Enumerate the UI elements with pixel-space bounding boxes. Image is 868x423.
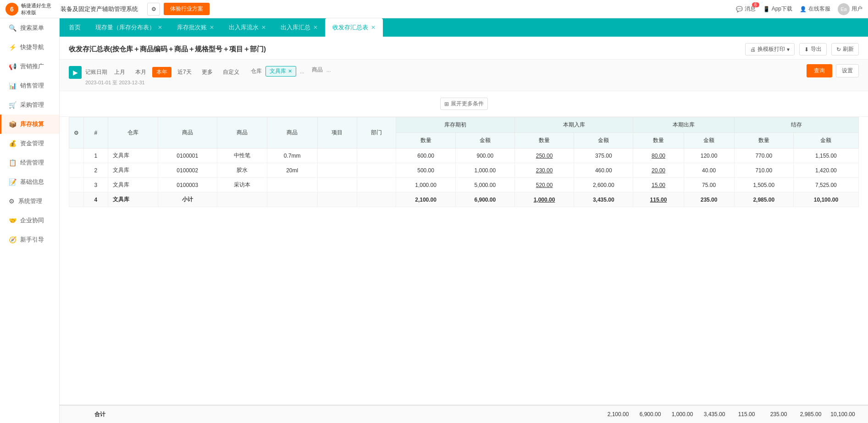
footer-out-qty: 115.00 — [730, 411, 763, 418]
sidebar-item-quick-nav[interactable]: ⚡ 快捷导航 — [0, 38, 59, 57]
row2-opening-qty: 500.00 — [396, 163, 455, 178]
row2-opening-amt: 1,000.00 — [455, 163, 514, 178]
sidebar-item-system[interactable]: ⚙ 系统管理 — [0, 192, 59, 211]
subtotal-in-qty[interactable]: 1,000.00 — [514, 192, 574, 207]
page-header: 收发存汇总表(按仓库＋商品编码＋商品＋规格型号＋项目＋部门) 🖨 换模板打印 ▾… — [60, 37, 868, 60]
doc-icon: 📝 — [9, 178, 17, 186]
sidebar-item-label: 基础信息 — [20, 178, 44, 186]
warehouse-tag: 文具库 ✕ — [265, 66, 296, 77]
settings-button[interactable]: ⚙ — [147, 3, 160, 16]
subtotal-warehouse: 文具库 — [108, 192, 158, 207]
date-btn-custom[interactable]: 自定义 — [219, 67, 243, 77]
date-btn-more[interactable]: 更多 — [198, 67, 217, 77]
sidebar-item-label: 新手引导 — [20, 236, 44, 244]
date-btn-this-year[interactable]: 本年 — [152, 67, 171, 77]
col-out-group-header: 本期出库 — [633, 117, 734, 133]
row2-select — [69, 163, 84, 178]
sidebar-item-purchase[interactable]: 🛒 采购管理 — [0, 95, 59, 115]
app-download-button[interactable]: 📱 App下载 — [763, 5, 792, 13]
trial-button[interactable]: 体验行业方案 — [164, 3, 210, 15]
date-label: 记账日期 — [85, 68, 107, 76]
print-template-button[interactable]: 🖨 换模板打印 ▾ — [745, 43, 795, 55]
tab-stock-dist-label: 现存量（库存分布表） — [95, 23, 155, 32]
table-row: 2 文具库 0100002 胶水 20ml 500.00 1,000.00 23… — [69, 163, 859, 178]
date-btn-this-month[interactable]: 本月 — [131, 67, 150, 77]
tab-home-label: 首页 — [69, 23, 81, 32]
subtotal-empty2 — [267, 192, 317, 207]
sidebar-item-basic-info[interactable]: 📝 基础信息 — [0, 172, 59, 192]
message-button[interactable]: 💬 消息 6 — [736, 5, 756, 13]
tab-batch-ledger-close[interactable]: ✕ — [210, 24, 214, 31]
row2-department — [357, 163, 396, 178]
sidebar-item-inventory[interactable]: 📦 库存核算 — [0, 115, 59, 134]
online-service-button[interactable]: 👤 在线客服 — [800, 5, 830, 13]
row1-in-qty[interactable]: 250.00 — [514, 148, 574, 163]
sidebar-item-marketing[interactable]: 📢 营销推广 — [0, 57, 59, 76]
row3-select — [69, 178, 84, 192]
tab-in-out-summary-label: 出入库汇总 — [281, 23, 310, 32]
tab-stock-dist-close[interactable]: ✕ — [158, 24, 162, 31]
date-btn-7days[interactable]: 近7天 — [173, 67, 196, 77]
row2-in-qty[interactable]: 230.00 — [514, 163, 574, 178]
user-label: 用户 — [851, 5, 862, 13]
filter-toggle-button[interactable]: ▶ — [69, 66, 82, 79]
subtotal-out-qty[interactable]: 115.00 — [633, 192, 684, 207]
filter-left: ▶ 记账日期 上月 本月 本年 近7天 更多 自定义 — [69, 64, 243, 77]
sidebar-item-label: 资金管理 — [20, 139, 44, 148]
tab-recv-send-summary[interactable]: 收发存汇总表 ✕ — [325, 18, 383, 37]
settings-filter-button[interactable]: 设置 — [836, 64, 859, 77]
table-settings-header[interactable]: ⚙ — [69, 117, 84, 148]
expand-more-button[interactable]: ⊞ 展开更多条件 — [440, 98, 488, 110]
table-settings-icon: ⚙ — [74, 130, 79, 136]
subtotal-empty4 — [357, 192, 396, 207]
row1-index: 1 — [84, 148, 108, 163]
footer-opening-amt: 6,900.00 — [634, 411, 666, 418]
tab-stock-dist[interactable]: 现存量（库存分布表） ✕ — [88, 18, 170, 37]
row2-out-qty[interactable]: 20.00 — [633, 163, 684, 178]
box-icon: 📦 — [9, 121, 17, 128]
page-content: 收发存汇总表(按仓库＋商品编码＋商品＋规格型号＋项目＋部门) 🖨 换模板打印 ▾… — [60, 37, 868, 405]
sidebar-item-cooperation[interactable]: 🤝 企业协同 — [0, 211, 59, 230]
warehouse-more-button[interactable]: ... — [300, 68, 304, 75]
footer-in-amt: 3,435.00 — [698, 411, 730, 418]
tab-batch-ledger[interactable]: 库存批次账 ✕ — [170, 18, 221, 37]
sidebar-item-guide[interactable]: 🧭 新手引导 — [0, 230, 59, 249]
export-button[interactable]: ⬇ 导出 — [799, 43, 827, 55]
query-button[interactable]: 查询 — [807, 64, 832, 77]
footer-bar: 合计 2,100.00 6,900.00 1,000.00 3,435.00 1… — [60, 405, 868, 423]
system-icon: ⚙ — [9, 198, 15, 205]
filter-toggle-icon: ▶ — [73, 69, 78, 76]
col-product-spec-header: 商品 — [267, 117, 317, 148]
row1-project — [317, 148, 357, 163]
tab-in-out-summary-close[interactable]: ✕ — [313, 24, 318, 31]
tab-recv-send-summary-close[interactable]: ✕ — [371, 24, 376, 31]
date-range-display: 2023-01-01 至 2023-12-31 — [69, 79, 859, 86]
query-actions: 查询 设置 — [807, 64, 859, 77]
sidebar-item-operations[interactable]: 📋 经营管理 — [0, 153, 59, 172]
date-btn-last-month[interactable]: 上月 — [110, 67, 129, 77]
goods-more-button[interactable]: ... — [326, 67, 331, 73]
row3-in-qty[interactable]: 520.00 — [514, 178, 574, 192]
refresh-button[interactable]: ↻ 刷新 — [831, 43, 859, 55]
row1-opening-amt: 900.00 — [455, 148, 514, 163]
sidebar-item-finance[interactable]: 💰 资金管理 — [0, 134, 59, 153]
sidebar-item-search[interactable]: 🔍 搜索菜单 — [0, 18, 59, 38]
row2-product-code: 0100002 — [158, 163, 217, 178]
tab-home[interactable]: 首页 — [61, 18, 88, 37]
warehouse-tag-value: 文具库 — [270, 67, 286, 75]
footer-total-label: 合计 — [94, 411, 131, 418]
subtotal-closing-qty: 2,985.00 — [734, 192, 793, 207]
row1-out-qty[interactable]: 80.00 — [633, 148, 684, 163]
row2-index: 2 — [84, 163, 108, 178]
warehouse-tag-close[interactable]: ✕ — [288, 68, 292, 74]
sidebar-item-label: 销售管理 — [20, 82, 44, 90]
tab-in-out-summary[interactable]: 出入库汇总 ✕ — [273, 18, 325, 37]
tab-in-out-flow[interactable]: 出入库流水 ✕ — [221, 18, 273, 37]
row3-out-qty[interactable]: 15.00 — [633, 178, 684, 192]
sidebar-item-sales[interactable]: 📊 销售管理 — [0, 76, 59, 95]
subtotal-empty1 — [217, 192, 267, 207]
tab-batch-ledger-label: 库存批次账 — [177, 23, 207, 32]
user-menu[interactable]: Ea 用户 — [838, 3, 862, 15]
tab-in-out-flow-close[interactable]: ✕ — [261, 24, 266, 31]
row2-product-name: 胶水 — [217, 163, 267, 178]
